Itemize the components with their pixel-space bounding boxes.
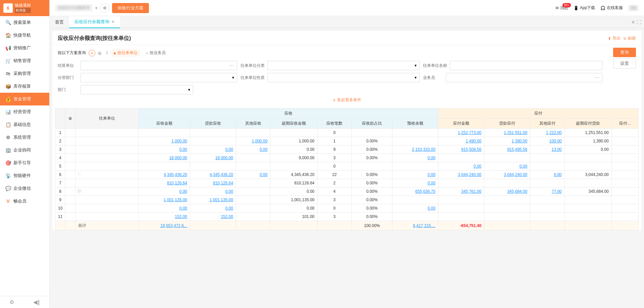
row-ar-amount[interactable]: 0.00 — [139, 204, 190, 213]
row-ar-other[interactable]: 1,000.00 — [236, 137, 270, 145]
row-ap-amount[interactable]: 1,490.00 — [438, 137, 484, 145]
row-ar-other[interactable]: 0.00 — [236, 145, 270, 154]
filter-collapse-button[interactable]: 《 — [104, 50, 108, 56]
export-button[interactable]: ⬆ 导出 — [608, 36, 621, 41]
row-ap-amount[interactable]: 1,252,773.00 — [438, 129, 484, 137]
row-ap-loan[interactable]: 915,495.56 — [484, 145, 530, 154]
row-ar-amount[interactable]: 0.00 — [139, 145, 190, 154]
sidebar-item-basic[interactable]: 📋 基础信息 — [0, 118, 49, 131]
row-ar-prepaid[interactable]: 0.00 — [392, 179, 438, 187]
sidebar-item-member[interactable]: V 畅会员 — [0, 195, 49, 208]
message-button[interactable]: ✉ 消息 99+ — [555, 5, 568, 11]
basic-icon: 📋 — [5, 122, 11, 127]
partner-nature-select[interactable]: ▾ — [267, 73, 420, 82]
app-download-button[interactable]: 📱 App下载 — [574, 5, 595, 11]
sidebar-item-newbie[interactable]: 🎯 新手引导 — [0, 157, 49, 169]
sidebar-item-system[interactable]: ⚙ 系统管理 — [0, 131, 49, 144]
th-settings[interactable]: ⚙ — [65, 108, 75, 129]
row-ap-amount[interactable]: 3,044,240.00 — [438, 171, 484, 179]
tab-ar-ap[interactable]: 应收应付余额查询 ✕ — [69, 16, 120, 28]
row-ar-amount[interactable]: 810,126.64 — [139, 179, 190, 187]
row-ar-prepaid[interactable]: 0.00 — [392, 204, 438, 213]
row-ap-other[interactable]: 1,222.00 — [530, 129, 565, 137]
filter-preset-button[interactable]: ◎ — [98, 51, 101, 55]
settings-gear-button[interactable]: ⚙ — [100, 3, 109, 13]
row-ar-prepaid[interactable]: 2,153,333.00 — [392, 145, 438, 154]
th-ar-group: 应收 — [139, 108, 438, 119]
filter-add-button[interactable]: + — [89, 50, 95, 56]
sidebar-item-wechat[interactable]: 💬 企业微信 — [0, 182, 49, 195]
row-ar-loan[interactable]: 810,126.64 — [190, 179, 236, 187]
filter-by-salesperson[interactable]: ○ 按业务员 — [143, 49, 168, 57]
setting-button[interactable]: 设置 — [613, 58, 636, 69]
partner-category-select[interactable]: ▾ — [267, 61, 420, 70]
row-ar-loan[interactable]: 152.00 — [190, 213, 236, 221]
row-ar-prepaid[interactable]: 655,636.75 — [392, 187, 438, 196]
total-ar-prepaid[interactable]: 6,417,215.... — [392, 221, 438, 230]
sidebar-item-enterprise[interactable]: 🏢 企业协同 — [0, 144, 49, 157]
refresh-button[interactable]: ↻ 刷新 — [623, 36, 636, 41]
row-ap-loan[interactable]: 1,251,551.00 — [484, 129, 530, 137]
tab-bar: 首页 应收应付余额查询 ✕ ✕ ⛶ — [50, 16, 644, 28]
row-ap-other[interactable]: 77.00 — [530, 187, 565, 196]
row-ar-other[interactable]: 0.00 — [236, 171, 270, 179]
row-ar-amount[interactable]: 18,000.00 — [139, 154, 190, 162]
settlement-unit-input[interactable]: ··· — [80, 61, 237, 70]
row-ap-other[interactable]: 100.00 — [530, 137, 565, 145]
branch-dept-select[interactable]: ▾ — [80, 85, 193, 94]
total-ar-amount[interactable]: 19,553,472,6... — [139, 221, 190, 230]
row-ar-ratio: 0.00% — [352, 213, 392, 221]
customer-service-button[interactable]: 🎧 在线客服 — [600, 5, 623, 11]
row-ar-prepaid[interactable]: 0.00 — [392, 171, 438, 179]
sidebar-item-inventory[interactable]: 📦 库存核算 — [0, 80, 49, 93]
row-ar-loan[interactable]: 0.00 — [190, 145, 236, 154]
tab-home[interactable]: 首页 — [50, 16, 69, 28]
query-button[interactable]: 查询 — [613, 48, 636, 57]
sidebar-item-quick-nav[interactable]: 🏠 快捷导航 — [0, 29, 49, 42]
tab-close-icon[interactable]: ✕ — [111, 19, 115, 24]
sidebar-item-hardware[interactable]: 📡 智能硬件 — [0, 169, 49, 182]
sidebar-item-search[interactable]: 🔍 搜索菜单 — [0, 16, 49, 29]
row-ar-overdue — [270, 129, 317, 137]
row-ap-amount[interactable]: 915,508.56 — [438, 145, 484, 154]
salesperson-input[interactable]: ··· — [446, 73, 602, 82]
tab-expand-button[interactable]: ⛶ — [637, 19, 641, 25]
row-ap-loan[interactable]: 0.00 — [484, 162, 530, 171]
row-ar-amount[interactable]: 0.00 — [139, 187, 190, 196]
dept-select[interactable]: ▾ — [80, 73, 237, 82]
row-ar-loan[interactable]: 0.00 — [190, 187, 236, 196]
row-ap-amount[interactable]: 345,761.00 — [438, 187, 484, 196]
sidebar-item-operation[interactable]: 📊 经营管理 — [0, 105, 49, 118]
row-ar-amount[interactable]: 1,000.00 — [139, 137, 190, 145]
row-ar-amount[interactable]: 1,001,135.00 — [139, 196, 190, 204]
row-ap-amount[interactable]: 0.00 — [438, 162, 484, 171]
row-ar-ratio: 0.00% — [352, 137, 392, 145]
row-num-cell: 10 — [55, 204, 65, 213]
row-ar-loan[interactable]: 18,000.00 — [190, 154, 236, 162]
sidebar-item-sales[interactable]: 🛒 销售管理 — [0, 54, 49, 67]
row-ap-other[interactable]: 13.00 — [530, 145, 565, 154]
filter-by-partner[interactable]: ● 按往来单位 — [111, 49, 140, 57]
row-ar-amount[interactable]: 152.00 — [139, 213, 190, 221]
row-ar-loan[interactable]: 4,345,436.20 — [190, 171, 236, 179]
partner-name-input[interactable] — [450, 61, 602, 70]
industry-plan-button[interactable]: 体验行业方案 — [112, 3, 149, 13]
row-ar-loan[interactable]: 1,001,135.00 — [190, 196, 236, 204]
row-ap-loan[interactable]: 345,684.00 — [484, 187, 530, 196]
sidebar-collapse-icon[interactable]: ◀‖ — [33, 299, 40, 305]
row-ap-suffix — [611, 145, 638, 154]
row-ap-other[interactable]: 0.00 — [530, 171, 565, 179]
row-ar-overdue: 4,345,436.20 — [270, 171, 317, 179]
sidebar-item-marketing[interactable]: 📢 营销推广 — [0, 42, 49, 54]
sidebar-item-finance[interactable]: 💰 资金管理 — [0, 93, 49, 105]
row-ap-loan[interactable]: 1,390.00 — [484, 137, 530, 145]
row-settings-cell — [65, 145, 75, 154]
row-ap-loan[interactable]: 3,044,240.00 — [484, 171, 530, 179]
row-ar-loan[interactable]: 0.00 — [190, 204, 236, 213]
collapse-more-conditions-button[interactable]: ∧ 收起更多条件 — [58, 96, 636, 104]
sidebar-settings-icon[interactable]: ⚙ — [9, 299, 14, 305]
tab-close-all-button[interactable]: ✕ — [631, 19, 635, 25]
row-ar-prepaid[interactable]: 0.00 — [392, 154, 438, 162]
row-ar-amount[interactable]: 4,345,436.20 — [139, 171, 190, 179]
sidebar-item-purchase[interactable]: 🛍 采购管理 — [0, 67, 49, 80]
